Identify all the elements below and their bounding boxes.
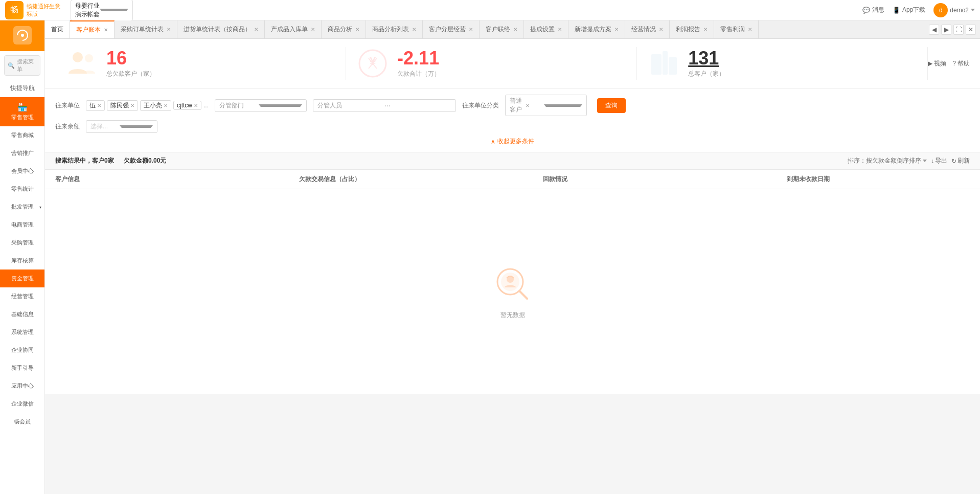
tab-retail-profit[interactable]: 零售利润 ✕ <box>714 20 759 39</box>
tab-customer-segment-close[interactable]: ✕ <box>469 27 473 32</box>
message-btn[interactable]: 💬 消息 <box>862 6 884 14</box>
sort-select[interactable]: 排序：按欠款金额倒序排序 <box>848 156 927 165</box>
filter-tag-wu-remove[interactable]: ✕ <box>97 103 101 108</box>
sidebar-item-basicinfo[interactable]: 基础信息 <box>0 305 44 323</box>
unit-type-remove[interactable]: ✕ <box>526 103 540 108</box>
video-link[interactable]: ▶ 视频 <box>928 59 946 68</box>
tab-new-promotion-label: 新增提成方案 <box>575 25 611 34</box>
tab-product-analysis-close[interactable]: ✕ <box>355 27 359 32</box>
tab-operations-status-close[interactable]: ✕ <box>659 27 663 32</box>
person-select[interactable]: 分管人员 ··· <box>313 99 456 112</box>
tab-incoming-stats[interactable]: 进货单统计表（按商品） ✕ <box>177 20 265 39</box>
tab-customer-contact[interactable]: 客户联络 ✕ <box>480 20 524 39</box>
unit-type-select[interactable]: 普通客户 ✕ <box>505 95 587 116</box>
retail-icon: 🏪 <box>17 102 28 112</box>
filter-tag-wang[interactable]: 王小亮 ✕ <box>140 100 171 111</box>
tab-retail-profit-close[interactable]: ✕ <box>748 27 752 32</box>
user-dropdown-icon <box>971 9 975 11</box>
remaining-select[interactable]: 选择... <box>86 120 157 133</box>
sidebar-item-enterprise[interactable]: 企业协同 <box>0 341 44 359</box>
search-menu-label: 搜索菜单 <box>17 58 37 73</box>
purchase-label: 采购管理 <box>11 239 34 246</box>
enterprise-label: 企业协同 <box>11 346 34 354</box>
sidebar-item-appstore[interactable]: 应用中心 <box>0 377 44 395</box>
filter-more-btn[interactable]: ... <box>203 102 209 109</box>
filter-tag-chen-remove[interactable]: ✕ <box>130 103 134 108</box>
query-button[interactable]: 查询 <box>597 98 626 113</box>
tab-product-list-analysis[interactable]: 商品分析列表 ✕ <box>366 20 423 39</box>
svg-rect-5 <box>651 54 662 75</box>
tab-promotion-settings-close[interactable]: ✕ <box>558 27 562 32</box>
tab-product-list-analysis-close[interactable]: ✕ <box>412 27 416 32</box>
tab-profit-report-close[interactable]: ✕ <box>703 27 708 32</box>
sidebar-item-system[interactable]: 系统管理 <box>0 323 44 341</box>
sidebar-item-wechat[interactable]: 企业微信 <box>0 395 44 413</box>
svg-point-1 <box>73 52 83 62</box>
filter-tag-wang-remove[interactable]: ✕ <box>164 103 168 108</box>
collapse-btn[interactable]: ∧ 收起更多条件 <box>491 137 534 146</box>
department-select[interactable]: 分管部门 <box>215 99 307 112</box>
search-menu-btn[interactable]: 🔍 搜索菜单 <box>4 55 40 76</box>
empty-icon <box>492 264 533 305</box>
filter-tag-wu[interactable]: 伍 ✕ <box>86 100 105 111</box>
tab-bar: 首页 客户账本 ✕ 采购订单统计表 ✕ 进货单统计表（按商品） ✕ 产成品入库单… <box>45 20 980 39</box>
filter-tag-cjttcw[interactable]: cjttcw ✕ <box>173 101 201 110</box>
tab-fullscreen-btn[interactable]: ⛶ <box>953 25 964 35</box>
tab-profit-report[interactable]: 利润报告 ✕ <box>670 20 714 39</box>
tab-purchase-stats[interactable]: 采购订单统计表 ✕ <box>115 20 177 39</box>
filter-tag-wu-text: 伍 <box>89 101 96 110</box>
help-label: 帮助 <box>958 59 970 68</box>
tab-customer-contact-close[interactable]: ✕ <box>513 27 517 32</box>
sidebar-item-purchase[interactable]: 采购管理 <box>0 234 44 252</box>
tab-product-analysis[interactable]: 商品分析 ✕ <box>322 20 366 39</box>
sidebar-item-finance[interactable]: 资金管理 <box>0 270 44 287</box>
tab-next-btn[interactable]: ▶ <box>941 25 951 35</box>
app-download-btn[interactable]: 📱 App下载 <box>893 6 925 14</box>
sidebar-logo-icon <box>13 26 32 44</box>
store-selector[interactable]: 母婴行业演示帐套 <box>71 0 133 21</box>
sidebar-item-membership[interactable]: 畅会员 <box>0 413 44 431</box>
tab-production-in[interactable]: 产成品入库单 ✕ <box>265 20 322 39</box>
sidebar-item-member[interactable]: 会员中心 <box>0 162 44 180</box>
finance-label: 资金管理 <box>11 275 34 282</box>
debt-label: 欠款金额0.00元 <box>124 157 166 164</box>
tab-customer-segment[interactable]: 客户分层经营 ✕ <box>423 20 480 39</box>
refresh-icon: ↻ <box>951 158 956 165</box>
unit-type-selected-tag: 普通客户 ✕ <box>510 97 540 114</box>
tab-new-promotion[interactable]: 新增提成方案 ✕ <box>568 20 625 39</box>
help-link[interactable]: ? 帮助 <box>952 59 970 68</box>
filter-tag-cjttcw-remove[interactable]: ✕ <box>194 103 198 108</box>
tab-home[interactable]: 首页 <box>45 20 70 39</box>
filter-tag-chen[interactable]: 陈民强 ✕ <box>107 100 138 111</box>
sidebar-item-retail-mall[interactable]: 零售商城 <box>0 126 44 144</box>
sidebar-item-newguide[interactable]: 新手引导 <box>0 359 44 377</box>
user-profile-btn[interactable]: d demo2 <box>933 3 975 17</box>
sidebar-item-ecommerce[interactable]: 电商管理 <box>0 216 44 234</box>
tab-accounts[interactable]: 客户账本 ✕ <box>70 20 115 39</box>
export-btn[interactable]: ↓ 导出 <box>931 156 947 165</box>
logo-icon: 畅 <box>5 1 24 19</box>
tab-incoming-stats-close[interactable]: ✕ <box>254 27 258 32</box>
sidebar-item-retail-stats[interactable]: 零售统计 <box>0 180 44 198</box>
tab-accounts-close[interactable]: ✕ <box>104 27 108 33</box>
tab-production-in-close[interactable]: ✕ <box>311 27 315 32</box>
sidebar-item-operations[interactable]: 经营管理 <box>0 287 44 305</box>
sidebar-item-retail[interactable]: 🏪 零售管理 <box>0 97 44 126</box>
marketing-label: 营销推广 <box>11 149 34 157</box>
tab-operations-status[interactable]: 经营情况 ✕ <box>625 20 670 39</box>
tab-product-analysis-label: 商品分析 <box>328 25 352 34</box>
newguide-label: 新手引导 <box>11 364 34 372</box>
tab-close-all-btn[interactable]: ✕ <box>966 25 976 35</box>
tab-promotion-settings[interactable]: 提成设置 ✕ <box>524 20 568 39</box>
tab-prev-btn[interactable]: ◀ <box>929 25 939 35</box>
tab-purchase-stats-close[interactable]: ✕ <box>167 27 171 32</box>
wechat-label: 企业微信 <box>11 400 34 408</box>
sidebar-item-marketing[interactable]: 营销推广 <box>0 144 44 162</box>
sidebar-item-quicknav[interactable]: 快捷导航 <box>0 80 44 97</box>
sidebar-item-wholesale[interactable]: 批发管理 ▾ <box>0 198 44 216</box>
tab-new-promotion-close[interactable]: ✕ <box>614 27 619 32</box>
total-customers-value: 16 <box>106 49 155 68</box>
table-header: 客户信息 欠款交易信息（占比） 回款情况 到期未收款日期 <box>45 170 980 189</box>
sidebar-item-inventory[interactable]: 库存核算 <box>0 252 44 270</box>
refresh-btn[interactable]: ↻ 刷新 <box>951 156 970 165</box>
